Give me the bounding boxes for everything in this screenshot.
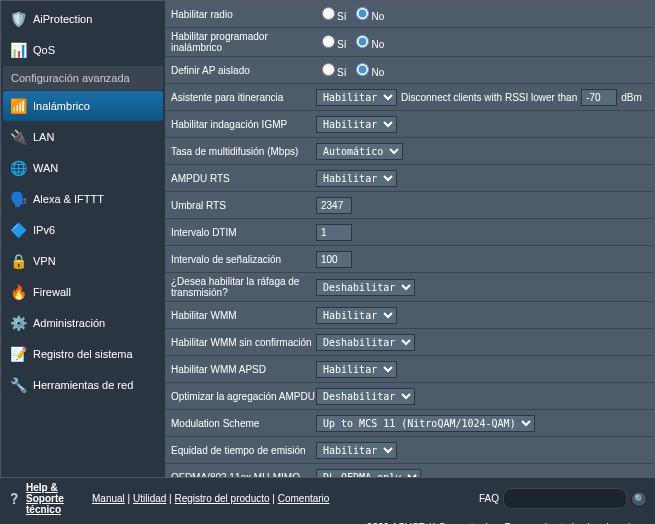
form-row: Asistente para itineranciaHabilitarDisco… xyxy=(165,84,654,111)
form-label: Modulation Scheme xyxy=(171,418,316,429)
sidebar-item-qos[interactable]: 📊 QoS xyxy=(3,35,163,65)
select-input[interactable]: Habilitar xyxy=(316,307,397,324)
form-row: OFDMA/802.11ax MU-MIMODL OFDMA only xyxy=(165,464,654,477)
product-reg-link[interactable]: Registro del producto xyxy=(174,493,269,504)
sidebar-item-wireless[interactable]: 📶 Inalámbrico xyxy=(3,91,163,121)
form-control: SíNo xyxy=(316,35,648,50)
form-row: Habilitar radioSíNo xyxy=(165,1,654,28)
sidebar-item-firewall[interactable]: 🔥 Firewall xyxy=(3,277,163,307)
form-label: Intervalo DTIM xyxy=(171,227,316,238)
form-control: HabilitarDisconnect clients with RSSI lo… xyxy=(316,89,648,106)
sidebar-item-admin[interactable]: ⚙️ Administración xyxy=(3,308,163,338)
form-label: Asistente para itinerancia xyxy=(171,92,316,103)
form-control: Habilitar xyxy=(316,442,648,459)
lan-icon: 🔌 xyxy=(9,128,27,146)
form-row: ¿Desea habilitar la ráfaga de transmisió… xyxy=(165,273,654,302)
radio-no[interactable] xyxy=(356,7,369,20)
form-row: Habilitar indagación IGMPHabilitar xyxy=(165,111,654,138)
form-control: Deshabilitar xyxy=(316,388,648,405)
help-icon: ❔ xyxy=(8,493,20,504)
text-input[interactable] xyxy=(316,224,352,241)
form-control xyxy=(316,251,648,268)
radio-no[interactable] xyxy=(356,63,369,76)
select-input[interactable]: Habilitar xyxy=(316,361,397,378)
select-input[interactable]: Deshabilitar xyxy=(316,334,415,351)
section-title: Configuración avanzada xyxy=(3,66,163,90)
sidebar-item-lan[interactable]: 🔌 LAN xyxy=(3,122,163,152)
form-control: Automático xyxy=(316,143,648,160)
form-label: Habilitar WMM APSD xyxy=(171,364,316,375)
form-control: Habilitar xyxy=(316,307,648,324)
form-row: Intervalo de señalización xyxy=(165,246,654,273)
form-control: Up to MCS 11 (NitroQAM/1024-QAM) xyxy=(316,415,648,432)
form-row: Umbral RTS xyxy=(165,192,654,219)
form-row: Definir AP aisladoSíNo xyxy=(165,57,654,84)
form-label: Habilitar radio xyxy=(171,9,316,20)
select-input[interactable]: Automático xyxy=(316,143,403,160)
form-control: Habilitar xyxy=(316,116,648,133)
sidebar-item-alexa[interactable]: 🗣️ Alexa & IFTTT xyxy=(3,184,163,214)
select-input[interactable]: Habilitar xyxy=(316,170,397,187)
sidebar-item-aiprotection[interactable]: 🛡️ AiProtection xyxy=(3,4,163,34)
copyright: 2020 ASUSTeK Computer Inc. Reservados to… xyxy=(0,519,655,524)
select-input[interactable]: Habilitar xyxy=(316,89,397,106)
select-input[interactable]: Up to MCS 11 (NitroQAM/1024-QAM) xyxy=(316,415,535,432)
log-icon: 📝 xyxy=(9,345,27,363)
manual-link[interactable]: Manual xyxy=(92,493,125,504)
form-control xyxy=(316,224,648,241)
search-button[interactable]: 🔍 xyxy=(631,491,647,507)
form-control xyxy=(316,197,648,214)
select-input[interactable]: Deshabilitar xyxy=(316,279,415,296)
form-row: Habilitar programador inalámbricoSíNo xyxy=(165,28,654,57)
radio-yes[interactable] xyxy=(322,63,335,76)
text-input[interactable] xyxy=(316,197,352,214)
form-label: Umbral RTS xyxy=(171,200,316,211)
form-row: Intervalo DTIM xyxy=(165,219,654,246)
sidebar-item-syslog[interactable]: 📝 Registro del sistema xyxy=(3,339,163,369)
form-row: AMPDU RTSHabilitar xyxy=(165,165,654,192)
form-label: Habilitar indagación IGMP xyxy=(171,119,316,130)
select-input[interactable]: DL OFDMA only xyxy=(316,469,421,478)
sidebar: 🛡️ AiProtection 📊 QoS Configuración avan… xyxy=(1,1,165,477)
text-input[interactable] xyxy=(316,251,352,268)
form-control: DL OFDMA only xyxy=(316,469,648,478)
form-label: ¿Desea habilitar la ráfaga de transmisió… xyxy=(171,276,316,298)
radio-no-label: No xyxy=(371,39,384,50)
rssi-input[interactable] xyxy=(581,89,617,106)
gear-icon: ⚙️ xyxy=(9,314,27,332)
ipv6-icon: 🔷 xyxy=(9,221,27,239)
wifi-icon: 📶 xyxy=(9,97,27,115)
form-control: Deshabilitar xyxy=(316,334,648,351)
form-control: SíNo xyxy=(316,7,648,22)
utility-link[interactable]: Utilidad xyxy=(133,493,166,504)
sidebar-item-wan[interactable]: 🌐 WAN xyxy=(3,153,163,183)
radio-no-label: No xyxy=(371,67,384,78)
faq-label: FAQ xyxy=(479,493,499,504)
radio-yes[interactable] xyxy=(322,7,335,20)
faq-input[interactable] xyxy=(503,488,627,509)
select-input[interactable]: Habilitar xyxy=(316,116,397,133)
radio-yes-label: Sí xyxy=(337,67,346,78)
form-control: Habilitar xyxy=(316,361,648,378)
form-label: Intervalo de señalización xyxy=(171,254,316,265)
sidebar-item-ipv6[interactable]: 🔷 IPv6 xyxy=(3,215,163,245)
footer: ❔ Help & Soporte técnico Manual | Utilid… xyxy=(0,478,655,519)
select-input[interactable]: Deshabilitar xyxy=(316,388,415,405)
radio-yes[interactable] xyxy=(322,35,335,48)
speedometer-icon: 📊 xyxy=(9,41,27,59)
main-panel: Habilitar radioSíNoHabilitar programador… xyxy=(165,1,654,477)
help-link[interactable]: Help & Soporte técnico xyxy=(26,482,86,515)
form-label: Habilitar programador inalámbrico xyxy=(171,31,316,53)
sidebar-item-nettools[interactable]: 🔧 Herramientas de red xyxy=(3,370,163,400)
feedback-link[interactable]: Comentario xyxy=(278,493,330,504)
unit-label: dBm xyxy=(621,92,642,103)
form-row: Habilitar WMM APSDHabilitar xyxy=(165,356,654,383)
select-input[interactable]: Habilitar xyxy=(316,442,397,459)
extra-label: Disconnect clients with RSSI lower than xyxy=(401,92,577,103)
form-label: Tasa de multidifusión (Mbps) xyxy=(171,146,316,157)
sidebar-item-vpn[interactable]: 🔒 VPN xyxy=(3,246,163,276)
radio-yes-label: Sí xyxy=(337,39,346,50)
radio-yes-label: Sí xyxy=(337,11,346,22)
voice-icon: 🗣️ xyxy=(9,190,27,208)
radio-no[interactable] xyxy=(356,35,369,48)
